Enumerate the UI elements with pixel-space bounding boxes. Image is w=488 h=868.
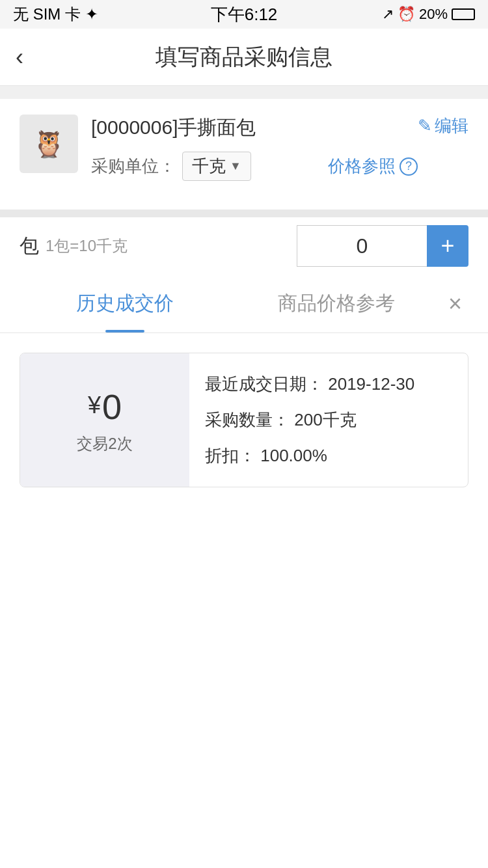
product-right: ✎ 编辑 <box>418 115 468 137</box>
discount-value: 100.00% <box>260 446 327 465</box>
recent-date-value: 2019-12-30 <box>328 374 414 394</box>
unit-box-label: 包 <box>20 233 39 260</box>
unit-value: 千克 <box>192 155 226 178</box>
product-name: [0000006]手撕面包 <box>91 115 418 141</box>
battery-icon <box>452 8 475 20</box>
edit-label: 编辑 <box>435 115 468 137</box>
status-carrier: 无 SIM 卡 ✦ <box>13 4 98 25</box>
price-ref-button[interactable]: 价格参照 ? <box>328 155 418 178</box>
discount-label: 折扣： <box>205 446 256 465</box>
product-thumbnail: 🦉 <box>20 115 78 173</box>
discount-row: 折扣： 100.00% <box>205 443 452 468</box>
unit-conversion: 1包=10千克 <box>46 236 128 256</box>
quantity-detail-row: 采购数量： 200千克 <box>205 407 452 433</box>
product-name-section: [0000006]手撕面包 采购单位： 千克 ▼ 价格参照 ? <box>91 115 418 181</box>
currency-symbol: ¥ <box>88 392 101 419</box>
status-bar: 无 SIM 卡 ✦ 下午6:12 ↗ ⏰ 20% <box>0 0 488 29</box>
quantity-input[interactable] <box>297 225 427 267</box>
recent-date-label: 最近成交日期： <box>205 374 323 394</box>
bottom-area <box>0 507 488 868</box>
recent-date-row: 最近成交日期： 2019-12-30 <box>205 372 452 397</box>
page-title: 填写商品采购信息 <box>156 42 332 72</box>
quantity-detail-label: 采购数量： <box>205 410 290 429</box>
price-ref-help-icon: ? <box>400 157 418 176</box>
product-logo: 🦉 <box>33 129 65 159</box>
section-divider <box>0 210 488 217</box>
tabs-section: 历史成交价 商品价格参考 × ¥ 0 交易2次 最近成交日期： 2019-12-… <box>0 275 488 507</box>
product-card: 🦉 [0000006]手撕面包 采购单位： 千克 ▼ 价格参照 ? <box>0 99 488 210</box>
trade-count: 交易2次 <box>77 433 132 454</box>
edit-icon: ✎ <box>418 116 432 136</box>
unit-label: 采购单位： <box>91 155 176 178</box>
quantity-detail-value: 200千克 <box>294 410 356 429</box>
battery-percent: 20% <box>419 6 448 23</box>
quantity-unit: 包 1包=10千克 <box>20 233 128 260</box>
status-right: ↗ ⏰ 20% <box>382 6 475 23</box>
unit-selector[interactable]: 千克 ▼ <box>182 152 251 181</box>
status-time: 下午6:12 <box>211 3 278 26</box>
history-card-left: ¥ 0 交易2次 <box>20 353 189 487</box>
tabs-header: 历史成交价 商品价格参考 × <box>0 275 488 333</box>
tab-close-button[interactable]: × <box>442 290 468 318</box>
history-card-right: 最近成交日期： 2019-12-30 采购数量： 200千克 折扣： 100.0… <box>189 353 468 487</box>
quantity-controls: + <box>297 225 468 267</box>
tab-history-price[interactable]: 历史成交价 <box>20 275 230 332</box>
alarm-icon: ⏰ <box>398 6 415 23</box>
back-button[interactable]: ‹ <box>16 44 23 71</box>
product-header: 🦉 [0000006]手撕面包 采购单位： 千克 ▼ 价格参照 ? <box>20 115 468 181</box>
price-display: ¥ 0 <box>88 387 122 427</box>
history-content: ¥ 0 交易2次 最近成交日期： 2019-12-30 采购数量： 200千克 … <box>0 333 488 507</box>
quantity-row: 包 1包=10千克 + <box>0 217 488 275</box>
location-icon: ↗ <box>382 6 394 23</box>
dropdown-arrow-icon: ▼ <box>230 159 241 173</box>
price-ref-label: 价格参照 <box>328 155 396 178</box>
price-value: 0 <box>102 387 122 427</box>
product-info: 🦉 [0000006]手撕面包 采购单位： 千克 ▼ 价格参照 ? <box>20 115 418 181</box>
history-card: ¥ 0 交易2次 最近成交日期： 2019-12-30 采购数量： 200千克 … <box>20 353 468 487</box>
edit-button[interactable]: ✎ 编辑 <box>418 115 468 137</box>
nav-bar: ‹ 填写商品采购信息 <box>0 29 488 86</box>
product-unit-row: 采购单位： 千克 ▼ 价格参照 ? <box>91 152 418 181</box>
quantity-plus-button[interactable]: + <box>427 225 468 267</box>
tab-product-price-ref[interactable]: 商品价格参考 <box>230 275 441 332</box>
